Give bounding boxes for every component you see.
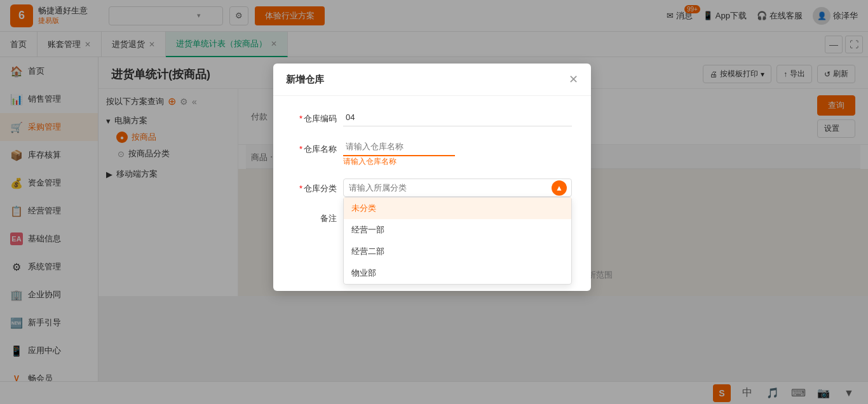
warehouse-name-input[interactable]	[343, 138, 455, 156]
warehouse-code-input[interactable]	[343, 109, 572, 126]
required-star-code: *	[299, 114, 302, 123]
warehouse-category-input[interactable]	[343, 178, 572, 197]
warehouse-name-input-row: *仓库名称	[292, 138, 455, 156]
warehouse-name-error: 请输入仓库名称	[343, 157, 397, 166]
category-toggle-button[interactable]: ▲	[552, 180, 567, 196]
category-dropdown-list: 未分类 经营一部 经营二部 物业部	[343, 197, 572, 285]
warehouse-code-label: *仓库编码	[292, 109, 343, 125]
warehouse-name-label: *仓库名称	[292, 139, 343, 155]
remark-label: 备注	[292, 208, 343, 224]
warehouse-category-row: *仓库分类 ▲ 未分类 经营一部 经营二部 物业部	[292, 178, 572, 197]
new-warehouse-dialog: 新增仓库 ✕ *仓库编码 *仓库名称 请输入仓库名称 *仓	[273, 64, 591, 291]
dropdown-item-uncategorized[interactable]: 未分类	[344, 198, 571, 219]
warehouse-name-error-area: 请输入仓库名称	[292, 156, 397, 167]
warehouse-name-row: *仓库名称 请输入仓库名称	[292, 138, 572, 167]
warehouse-category-select-wrap: ▲ 未分类 经营一部 经营二部 物业部	[343, 178, 572, 197]
dialog-title: 新增仓库	[286, 74, 324, 86]
dialog-close-button[interactable]: ✕	[569, 72, 578, 86]
dropdown-item-dept2[interactable]: 经营二部	[344, 241, 571, 262]
dialog-header: 新增仓库 ✕	[273, 64, 591, 96]
required-star-name: *	[299, 144, 302, 154]
dropdown-item-property[interactable]: 物业部	[344, 262, 571, 284]
required-star-cat: *	[299, 184, 302, 193]
dropdown-item-dept1[interactable]: 经营一部	[344, 219, 571, 241]
warehouse-code-row: *仓库编码	[292, 109, 572, 126]
dialog-body: *仓库编码 *仓库名称 请输入仓库名称 *仓库分类 ▲	[273, 96, 591, 250]
warehouse-category-label: *仓库分类	[292, 178, 343, 194]
